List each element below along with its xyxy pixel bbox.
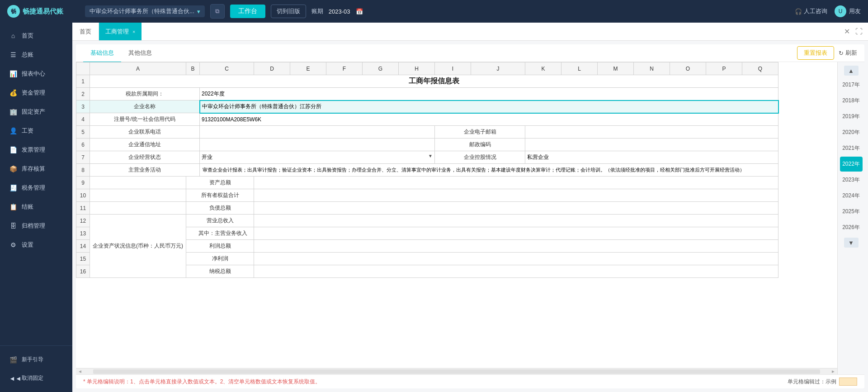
period-value-cell[interactable]: 2022年度	[200, 88, 778, 100]
sidebar-item-close[interactable]: 📋 结账	[0, 197, 72, 216]
sidebar-item-invoice[interactable]: 📄 发票管理	[0, 140, 72, 159]
sidebar-label-close: 结账	[22, 203, 33, 211]
year-2020[interactable]: 2020年	[840, 125, 863, 140]
table-row: 4 注册号/统一社会信用代码 91320100MA208E5W6K	[76, 113, 778, 126]
col-l[interactable]: L	[561, 62, 598, 75]
year-2026[interactable]: 2026年	[840, 220, 863, 235]
year-scroll-up[interactable]: ▲	[844, 66, 859, 76]
copy-button[interactable]: ⧉	[210, 4, 225, 19]
table-row: 5 企业联系电话 企业电子邮箱	[76, 126, 778, 139]
sidebar-label-tax: 税务管理	[22, 184, 45, 192]
year-2018[interactable]: 2018年	[840, 93, 863, 108]
total-tax-value[interactable]	[254, 265, 778, 278]
col-k[interactable]: K	[525, 62, 561, 75]
spreadsheet-scroll[interactable]: A B C D E F G H I J	[76, 62, 837, 368]
company-name-value[interactable]: 中审众环会计师事务所（特殊普通合伙）江苏分所	[200, 100, 778, 113]
tab-active[interactable]: 工商管理 ×	[99, 23, 142, 40]
sidebar-item-tax[interactable]: 🧾 税务管理	[0, 178, 72, 197]
sidebar-item-unpin[interactable]: ◄◄ 取消固定	[0, 369, 72, 387]
biz-status-value[interactable]: 开业 ▼	[200, 151, 435, 164]
email-label: 企业电子邮箱	[435, 126, 525, 139]
col-g[interactable]: G	[363, 62, 399, 75]
sidebar-item-reports[interactable]: 📊 报表中心	[0, 64, 72, 83]
sidebar-item-archive[interactable]: 🗄 归档管理	[0, 216, 72, 235]
net-profit-value[interactable]	[254, 253, 778, 265]
tab-close-button[interactable]: ×	[132, 29, 135, 34]
refresh-button[interactable]: ↻ 刷新	[839, 49, 857, 57]
phone-value[interactable]	[200, 126, 435, 139]
sidebar-item-assets[interactable]: 🏢 固定资产	[0, 102, 72, 121]
sidebar-item-guide[interactable]: 🎬 新手引导	[0, 350, 72, 369]
scroll-right-arrow[interactable]: ►	[829, 369, 837, 374]
old-version-button[interactable]: 切到旧版	[271, 5, 306, 18]
tab-other-info[interactable]: 其他信息	[121, 44, 159, 62]
total-revenue-value[interactable]	[254, 215, 778, 227]
reset-report-button[interactable]: 重置报表	[797, 46, 834, 60]
net-profit-label: 净利润	[186, 253, 254, 265]
sidebar-item-home[interactable]: ⌂ 首页	[0, 26, 72, 45]
total-profit-value[interactable]	[254, 240, 778, 253]
expand-icon[interactable]: ⛶	[855, 28, 863, 36]
col-p[interactable]: P	[706, 62, 742, 75]
sidebar-item-ledger[interactable]: ☰ 总账	[0, 45, 72, 64]
assets-icon: 🏢	[9, 108, 17, 115]
col-a[interactable]: A	[90, 62, 186, 75]
reg-no-value[interactable]: 91320100MA208E5W6K	[200, 113, 778, 126]
year-2025[interactable]: 2025年	[840, 204, 863, 219]
scroll-track[interactable]	[93, 369, 820, 374]
zip-value[interactable]	[525, 139, 778, 151]
horizontal-scrollbar[interactable]: ◄ ►	[76, 368, 837, 374]
year-2022[interactable]: 2022年	[840, 157, 863, 172]
page-panel: 基础信息 其他信息 重置报表 ↻ 刷新	[76, 44, 864, 388]
tab-home[interactable]: 首页	[72, 23, 99, 40]
col-m[interactable]: M	[598, 62, 634, 75]
logo-icon: 畅	[7, 5, 20, 18]
row-num-12: 12	[76, 215, 90, 227]
period-label: 账期	[311, 7, 323, 15]
tab-basic-info[interactable]: 基础信息	[83, 44, 121, 62]
col-o[interactable]: O	[670, 62, 706, 75]
col-n[interactable]: N	[634, 62, 670, 75]
col-c[interactable]: C	[200, 62, 254, 75]
col-e[interactable]: E	[290, 62, 326, 75]
example-area: 单元格编辑过：示例	[788, 378, 857, 386]
table-row: 6 企业通信地址 邮政编码	[76, 139, 778, 151]
total-assets-label: 资产总额	[186, 177, 254, 189]
close-icon[interactable]: ✕	[844, 27, 850, 36]
workbench-button[interactable]: 工作台	[230, 5, 265, 18]
total-assets-value[interactable]	[254, 177, 778, 189]
col-i[interactable]: I	[435, 62, 471, 75]
col-d[interactable]: D	[254, 62, 290, 75]
col-f[interactable]: F	[326, 62, 363, 75]
guide-icon: 🎬	[9, 356, 17, 363]
address-value[interactable]	[200, 139, 435, 151]
year-2019[interactable]: 2019年	[840, 109, 863, 124]
sidebar-item-settings[interactable]: ⚙ 设置	[0, 235, 72, 254]
sidebar-item-inventory[interactable]: 📦 库存核算	[0, 159, 72, 178]
service-button[interactable]: 🎧 人工咨询	[795, 7, 827, 15]
calendar-icon[interactable]: 📅	[356, 8, 363, 15]
table-row: 9 资产总额	[76, 177, 778, 189]
main-revenue-value[interactable]	[254, 227, 778, 240]
year-2024[interactable]: 2024年	[840, 188, 863, 203]
year-scroll-down[interactable]: ▼	[844, 238, 859, 248]
main-biz-value[interactable]: 审查企业会计报表；出具审计报告；验证企业资本；出具验资报告；办理企业合并、分立、…	[200, 164, 778, 177]
year-2023[interactable]: 2023年	[840, 172, 863, 187]
col-j[interactable]: J	[471, 62, 525, 75]
col-h[interactable]: H	[399, 62, 435, 75]
scroll-left-arrow[interactable]: ◄	[76, 369, 84, 374]
year-2017[interactable]: 2017年	[840, 77, 863, 92]
holding-value[interactable]: 私营企业	[525, 151, 778, 164]
company-name: 中审众环会计师事务所（特殊普通合伙...	[90, 7, 194, 15]
col-b[interactable]: B	[186, 62, 200, 75]
year-2021[interactable]: 2021年	[840, 141, 863, 156]
email-value[interactable]	[525, 126, 778, 139]
liabilities-value[interactable]	[254, 202, 778, 215]
equity-value[interactable]	[254, 189, 778, 202]
sidebar-item-salary[interactable]: 👤 工资	[0, 121, 72, 140]
col-q[interactable]: Q	[742, 62, 778, 75]
user-menu[interactable]: U 用友	[835, 5, 861, 17]
company-selector[interactable]: 中审众环会计师事务所（特殊普通合伙... ▾	[85, 5, 205, 17]
group-cell-11	[90, 202, 186, 215]
sidebar-item-finance[interactable]: 💰 资金管理	[0, 83, 72, 102]
